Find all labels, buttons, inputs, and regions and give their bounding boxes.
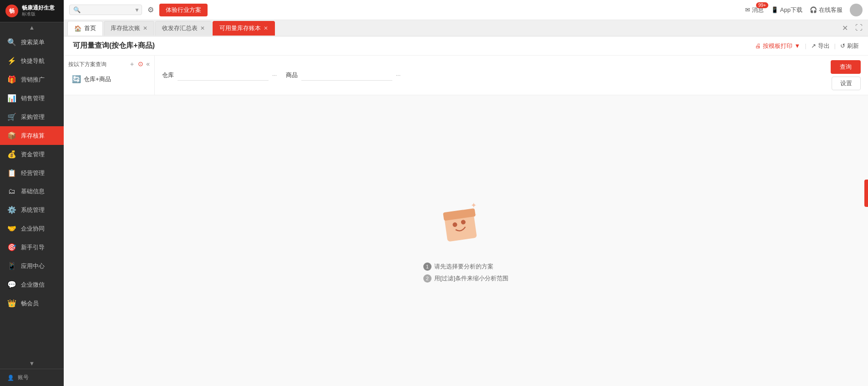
page-title: 可用量查询(按仓库+商品) xyxy=(73,41,155,51)
shortcut-icon: ⚡ xyxy=(7,57,16,65)
tab-available-stock[interactable]: 可用量库存账本 ✕ xyxy=(213,21,275,36)
sidebar-nav: 🔍搜索菜单⚡快捷导航🎁营销推广📊销售管理🛒采购管理📦库存核算💰资金管理📋经营管理… xyxy=(0,33,64,358)
sidebar-logo: 畅 xyxy=(5,5,18,17)
search-input[interactable] xyxy=(82,7,132,13)
onboarding-icon: 🎯 xyxy=(7,243,16,252)
sidebar-bottom-user[interactable]: 👤账号 xyxy=(0,369,64,386)
filter-warehouse: 仓库 ··· xyxy=(162,70,277,81)
right-scroll-handle[interactable] xyxy=(864,180,868,207)
sidebar-item-label: 新手引导 xyxy=(21,243,45,252)
sidebar-item-purchase[interactable]: 🛒采购管理 xyxy=(0,108,64,126)
sidebar-item-membership[interactable]: 👑畅会员 xyxy=(0,294,64,313)
sidebar-title-wrap: 畅康通好生意 标准版 xyxy=(22,5,55,17)
message-button[interactable]: ✉ 消息 99+ xyxy=(745,6,764,14)
enterprise-collab-icon: 🤝 xyxy=(7,224,16,233)
topbar-search-box[interactable]: 🔍 ▼ xyxy=(69,5,142,15)
sidebar-item-app-center[interactable]: 📱应用中心 xyxy=(0,257,64,275)
sidebar: 畅 畅康通好生意 标准版 ▲ 🔍搜索菜单⚡快捷导航🎁营销推广📊销售管理🛒采购管理… xyxy=(0,0,64,386)
sidebar-item-inventory[interactable]: 📦库存核算 xyxy=(0,126,64,145)
sidebar-item-operations[interactable]: 📋经营管理 xyxy=(0,164,64,182)
empty-hint-1: 1 请先选择要分析的方案 xyxy=(423,262,508,271)
query-button[interactable]: 查询 xyxy=(831,60,861,74)
sidebar-item-label: 企业微信 xyxy=(21,281,45,289)
scheme-item-warehouse-goods[interactable]: 🔄 仓库+商品 xyxy=(68,72,150,86)
search-icon: 🔍 xyxy=(73,6,81,13)
print-template-button[interactable]: 🖨 按模板打印 ▼ xyxy=(755,42,800,50)
marketing-promo-icon: 🎁 xyxy=(7,75,16,84)
sidebar-item-marketing-promo[interactable]: 🎁营销推广 xyxy=(0,70,64,89)
avatar[interactable] xyxy=(850,4,863,16)
fullscreen-icon[interactable]: ⛶ xyxy=(853,22,864,34)
filter-warehouse-input[interactable] xyxy=(178,70,269,81)
sidebar-item-label: 库存核算 xyxy=(21,132,45,140)
online-support-label: 在线客服 xyxy=(819,6,843,14)
tab-available-stock-close-icon[interactable]: ✕ xyxy=(264,25,268,31)
sidebar-item-basic-info[interactable]: 🗂基础信息 xyxy=(0,182,64,201)
sidebar-item-label: 企业协同 xyxy=(21,225,45,233)
tab-batch-account[interactable]: 库存批次账 ✕ xyxy=(104,21,154,36)
filter-warehouse-label: 仓库 xyxy=(162,71,174,79)
app-download-button[interactable]: 📱 App下载 xyxy=(771,6,802,14)
close-all-tabs-icon[interactable]: ✕ xyxy=(840,22,850,34)
collapse-scheme-icon[interactable]: « xyxy=(146,60,150,68)
sidebar-item-label: 畅会员 xyxy=(21,299,39,308)
tab-receipt-summary-close-icon[interactable]: ✕ xyxy=(200,25,205,31)
sidebar-item-sales[interactable]: 📊销售管理 xyxy=(0,89,64,108)
add-scheme-icon[interactable]: ＋ xyxy=(129,60,135,68)
query-buttons: 查询 设置 xyxy=(823,56,868,95)
empty-hint-2-text: 用[过滤]条件来缩小分析范围 xyxy=(434,274,508,283)
sidebar-app-subtitle: 标准版 xyxy=(22,11,55,17)
schemes-actions: ＋ ⊙ « xyxy=(129,60,150,68)
purchase-icon: 🛒 xyxy=(7,113,16,121)
filter-goods-more-icon[interactable]: ··· xyxy=(396,72,401,78)
main-content: 🔍 ▼ ⚙ 体验行业方案 ✉ 消息 99+ 📱 App下载 🎧 在线客服 xyxy=(64,0,868,386)
sidebar-item-label: 基础信息 xyxy=(21,187,45,196)
tab-home-label: 首页 xyxy=(84,24,96,32)
finance-icon: 💰 xyxy=(7,150,16,159)
tab-home[interactable]: 🏠 首页 xyxy=(67,21,103,36)
filter-warehouse-more-icon[interactable]: ··· xyxy=(272,72,277,78)
query-schemes-panel: 按以下方案查询 ＋ ⊙ « 🔄 仓库+商品 xyxy=(64,56,155,95)
refresh-button[interactable]: ↺ 刷新 xyxy=(840,42,859,50)
gear-icon[interactable]: ⚙ xyxy=(146,4,156,16)
settings-button[interactable]: 设置 xyxy=(832,77,861,90)
page-header-actions: 🖨 按模板打印 ▼ | ↗ 导出 | ↺ 刷新 xyxy=(755,42,859,50)
export-button[interactable]: ↗ 导出 xyxy=(811,42,830,50)
sidebar-item-shortcut[interactable]: ⚡快捷导航 xyxy=(0,51,64,70)
sidebar-item-enterprise-wechat[interactable]: 💬企业微信 xyxy=(0,275,64,294)
tabs-actions: ✕ ⛶ xyxy=(840,22,864,34)
tabs-bar: 🏠 首页 库存批次账 ✕ 收发存汇总表 ✕ 可用量库存账本 ✕ ✕ ⛶ xyxy=(64,20,868,36)
divider-2: | xyxy=(834,42,836,49)
membership-icon: 👑 xyxy=(7,299,16,308)
industry-solution-button[interactable]: 体验行业方案 xyxy=(159,4,208,16)
sidebar-item-label: 快捷导航 xyxy=(21,57,45,65)
filter-goods-input[interactable] xyxy=(301,70,392,81)
print-label: 按模板打印 xyxy=(763,42,792,50)
settings-scheme-icon[interactable]: ⊙ xyxy=(138,60,143,68)
schemes-label: 按以下方案查询 xyxy=(68,61,107,68)
filter-goods: 商品 ··· xyxy=(286,70,401,81)
sidebar-item-enterprise-collab[interactable]: 🤝企业协同 xyxy=(0,219,64,238)
tab-batch-account-close-icon[interactable]: ✕ xyxy=(143,25,147,31)
sidebar-item-label: 营销推广 xyxy=(21,76,45,84)
chevron-down-icon[interactable]: ▼ xyxy=(134,7,140,13)
tab-receipt-summary-label: 收发存汇总表 xyxy=(162,24,198,32)
empty-state: ✦ · 1 请先选择要分析的方案 2 用[过滤]条件来缩小分析范围 xyxy=(64,95,868,386)
query-filters: 仓库 ··· 商品 ··· xyxy=(155,56,823,95)
online-support-button[interactable]: 🎧 在线客服 xyxy=(810,6,843,14)
print-icon: 🖨 xyxy=(755,42,761,49)
sidebar-item-label: 采购管理 xyxy=(21,113,45,121)
sidebar-item-search[interactable]: 🔍搜索菜单 xyxy=(0,33,64,51)
empty-hints: 1 请先选择要分析的方案 2 用[过滤]条件来缩小分析范围 xyxy=(423,262,508,283)
sidebar-item-onboarding[interactable]: 🎯新手引导 xyxy=(0,238,64,257)
tab-available-stock-label: 可用量库存账本 xyxy=(219,24,261,32)
sidebar-item-system[interactable]: ⚙️系统管理 xyxy=(0,201,64,219)
print-dropdown-icon[interactable]: ▼ xyxy=(794,42,800,49)
sidebar-item-finance[interactable]: 💰资金管理 xyxy=(0,145,64,164)
sidebar-item-label: 搜索菜单 xyxy=(21,38,45,46)
sidebar-item-label: 经营管理 xyxy=(21,169,45,177)
sidebar-scroll-up[interactable]: ▲ xyxy=(0,22,64,33)
operations-icon: 📋 xyxy=(7,169,16,177)
tab-receipt-summary[interactable]: 收发存汇总表 ✕ xyxy=(155,21,212,36)
sidebar-scroll-down[interactable]: ▼ xyxy=(0,358,64,369)
